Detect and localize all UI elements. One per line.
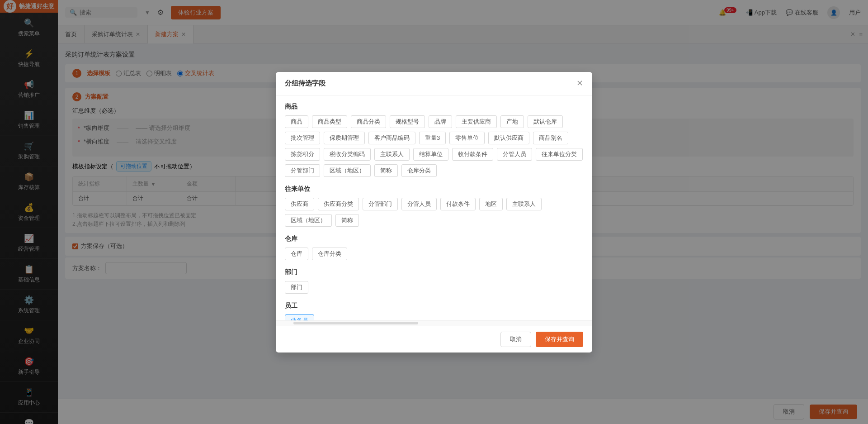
- chip-partner-2[interactable]: 分管部门: [363, 198, 398, 210]
- chip-product-8[interactable]: 批次管理: [285, 132, 320, 144]
- chip-partner-8[interactable]: 简称: [335, 214, 359, 227]
- chip-product-9[interactable]: 保质期管理: [324, 132, 365, 144]
- chip-product-16[interactable]: 税收分类编码: [324, 148, 371, 161]
- chip-product-18[interactable]: 结算单位: [413, 148, 448, 161]
- chip-partner-3[interactable]: 分管人员: [401, 198, 437, 210]
- chip-product-7[interactable]: 默认仓库: [528, 115, 563, 128]
- chip-product-12[interactable]: 零售单位: [449, 132, 485, 144]
- chip-warehouse-0[interactable]: 仓库: [285, 248, 308, 260]
- chip-partner-4[interactable]: 付款条件: [440, 198, 476, 210]
- dialog-title: 分组待选字段: [285, 79, 326, 88]
- chip-product-0[interactable]: 商品: [285, 115, 308, 128]
- section-partner-title: 往来单位: [285, 185, 583, 193]
- dialog-footer: 取消 保存并查询: [276, 326, 592, 353]
- chip-product-20[interactable]: 分管人员: [497, 148, 532, 161]
- chip-warehouse-1[interactable]: 仓库分类: [312, 248, 347, 260]
- chip-product-19[interactable]: 收付款条件: [452, 148, 493, 161]
- section-product: 商品 商品 商品类型 商品分类 规格型号 品牌 主要供应商 产地 默认仓库 批次…: [285, 103, 583, 177]
- section-employee-title: 员工: [285, 302, 583, 310]
- chip-product-5[interactable]: 主要供应商: [456, 115, 497, 128]
- dialog-hscrollbar[interactable]: [276, 320, 592, 326]
- dialog-close-icon[interactable]: ✕: [576, 79, 583, 87]
- section-employee-chips: 业务员: [285, 314, 583, 320]
- dialog-body: 商品 商品 商品类型 商品分类 规格型号 品牌 主要供应商 产地 默认仓库 批次…: [276, 95, 592, 320]
- section-product-title: 商品: [285, 103, 583, 111]
- dialog-cancel-button[interactable]: 取消: [500, 332, 531, 347]
- chip-product-23[interactable]: 区域（地区）: [324, 164, 371, 177]
- section-product-chips: 商品 商品类型 商品分类 规格型号 品牌 主要供应商 产地 默认仓库 批次管理 …: [285, 115, 583, 177]
- chip-employee-0[interactable]: 业务员: [285, 314, 314, 320]
- chip-department-0[interactable]: 部门: [285, 281, 308, 294]
- section-department-chips: 部门: [285, 281, 583, 294]
- chip-partner-0[interactable]: 供应商: [285, 198, 314, 210]
- dialog: 分组待选字段 ✕ 商品 商品 商品类型 商品分类 规格型号 品牌 主要供应商 产…: [276, 72, 592, 353]
- chip-product-17[interactable]: 主联系人: [374, 148, 410, 161]
- chip-product-10[interactable]: 客户商品编码: [368, 132, 415, 144]
- chip-product-13[interactable]: 默认供应商: [488, 132, 529, 144]
- chip-product-2[interactable]: 商品分类: [351, 115, 386, 128]
- section-warehouse-title: 仓库: [285, 235, 583, 243]
- dialog-confirm-button[interactable]: 保存并查询: [536, 332, 583, 347]
- chip-product-24[interactable]: 简称: [374, 164, 398, 177]
- section-warehouse: 仓库 仓库 仓库分类: [285, 235, 583, 260]
- chip-product-6[interactable]: 产地: [500, 115, 524, 128]
- chip-partner-5[interactable]: 地区: [479, 198, 503, 210]
- chip-partner-7[interactable]: 区域（地区）: [285, 214, 332, 227]
- chip-product-11[interactable]: 重量3: [419, 132, 446, 144]
- dialog-header: 分组待选字段 ✕: [276, 72, 592, 95]
- chip-product-14[interactable]: 商品别名: [533, 132, 568, 144]
- chip-product-22[interactable]: 分管部门: [285, 164, 320, 177]
- section-department-title: 部门: [285, 268, 583, 276]
- section-partner: 往来单位 供应商 供应商分类 分管部门 分管人员 付款条件 地区 主联系人 区域…: [285, 185, 583, 227]
- chip-product-3[interactable]: 规格型号: [390, 115, 425, 128]
- section-employee: 员工 业务员: [285, 302, 583, 320]
- chip-product-15[interactable]: 拣货积分: [285, 148, 320, 161]
- section-partner-chips: 供应商 供应商分类 分管部门 分管人员 付款条件 地区 主联系人 区域（地区） …: [285, 198, 583, 227]
- chip-product-1[interactable]: 商品类型: [312, 115, 347, 128]
- chip-product-4[interactable]: 品牌: [429, 115, 452, 128]
- dialog-hscroll-thumb[interactable]: [293, 322, 419, 324]
- chip-partner-6[interactable]: 主联系人: [506, 198, 542, 210]
- chip-partner-1[interactable]: 供应商分类: [318, 198, 359, 210]
- chip-product-25[interactable]: 仓库分类: [401, 164, 437, 177]
- chip-product-21[interactable]: 往来单位分类: [536, 148, 583, 161]
- section-warehouse-chips: 仓库 仓库分类: [285, 248, 583, 260]
- section-department: 部门 部门: [285, 268, 583, 294]
